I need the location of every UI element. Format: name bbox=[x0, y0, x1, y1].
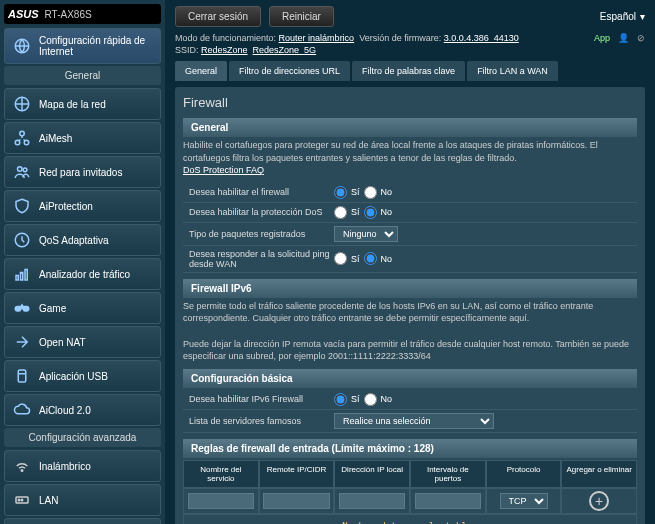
ping-wan-label: Desea responder a la solicitud ping desd… bbox=[189, 249, 334, 269]
sidebar-item-4[interactable]: QoS Adaptativa bbox=[4, 224, 161, 256]
tab-3[interactable]: Filtro LAN a WAN bbox=[467, 61, 558, 81]
col-header: Nombre del servicio bbox=[183, 460, 259, 488]
basic-config-header: Configuración básica bbox=[183, 369, 637, 388]
ipv6-section-header: Firewall IPv6 bbox=[183, 279, 637, 298]
advanced-header: Configuración avanzada bbox=[4, 428, 161, 447]
sidebar-item-0[interactable]: Mapa de la red bbox=[4, 88, 161, 120]
general-section-header: General bbox=[183, 118, 637, 137]
rules-header: Reglas de firewall de entrada (Límite má… bbox=[183, 439, 637, 458]
col-header: Intervalo de puertos bbox=[410, 460, 486, 488]
sidebar-item-6[interactable]: Game bbox=[4, 292, 161, 324]
app-badge[interactable]: App bbox=[594, 33, 610, 43]
col-header: Agregar o eliminar bbox=[561, 460, 637, 488]
side-icon bbox=[13, 457, 31, 475]
side-icon bbox=[13, 333, 31, 351]
sidebar-item-9[interactable]: AiCloud 2.0 bbox=[4, 394, 161, 426]
svg-rect-8 bbox=[16, 276, 18, 281]
service-name-input[interactable] bbox=[188, 493, 254, 509]
ipv6-desc: Se permite todo el tráfico saliente proc… bbox=[183, 300, 637, 363]
enable-dos-label: Desea habilitar la protección DoS bbox=[189, 207, 334, 217]
col-header: Remote IP/CIDR bbox=[259, 460, 335, 488]
side-icon bbox=[13, 299, 31, 317]
ssid-info: SSID: RedesZone RedesZone_5G bbox=[175, 45, 645, 55]
svg-point-15 bbox=[21, 499, 23, 501]
sidebar-adv-1[interactable]: LAN bbox=[4, 484, 161, 516]
packet-type-select[interactable]: Ninguno bbox=[334, 226, 398, 242]
quick-setup[interactable]: Configuración rápida de Internet bbox=[4, 28, 161, 64]
enable-dos-no[interactable] bbox=[364, 206, 377, 219]
tab-1[interactable]: Filtro de direcciones URL bbox=[229, 61, 350, 81]
ssid2-link[interactable]: RedesZone_5G bbox=[253, 45, 317, 55]
enable-firewall-yes[interactable] bbox=[334, 186, 347, 199]
add-rule-button[interactable]: + bbox=[589, 491, 609, 511]
logout-button[interactable]: Cerrar sesión bbox=[175, 6, 261, 27]
side-icon bbox=[13, 491, 31, 509]
enable-ipv6fw-no[interactable] bbox=[364, 393, 377, 406]
mode-link[interactable]: Router inalámbrico bbox=[279, 33, 355, 43]
famous-servers-label: Lista de servidores famosos bbox=[189, 416, 334, 426]
sidebar-adv-2[interactable]: WAN bbox=[4, 518, 161, 524]
ping-wan-yes[interactable] bbox=[334, 252, 347, 265]
side-icon bbox=[13, 265, 31, 283]
brand-logo: ASUS bbox=[8, 8, 39, 20]
famous-servers-select[interactable]: Realice una selección bbox=[334, 413, 494, 429]
ping-wan-no[interactable] bbox=[364, 252, 377, 265]
rules-table-row: TCP + bbox=[183, 488, 637, 514]
side-icon bbox=[13, 129, 31, 147]
svg-rect-10 bbox=[25, 270, 27, 281]
enable-firewall-label: Desea habilitar el firewall bbox=[189, 187, 334, 197]
general-desc: Habilite el cortafuegos para proteger su… bbox=[183, 139, 637, 177]
sidebar-item-7[interactable]: Open NAT bbox=[4, 326, 161, 358]
ssid1-link[interactable]: RedesZone bbox=[201, 45, 248, 55]
packet-type-label: Tipo de paquetes registrados bbox=[189, 229, 334, 239]
reboot-button[interactable]: Reiniciar bbox=[269, 6, 334, 27]
svg-point-14 bbox=[18, 499, 20, 501]
col-header: Protocolo bbox=[486, 460, 562, 488]
enable-dos-yes[interactable] bbox=[334, 206, 347, 219]
side-icon bbox=[13, 231, 31, 249]
svg-rect-11 bbox=[18, 370, 26, 382]
local-ip-input[interactable] bbox=[339, 493, 405, 509]
brand-header: ASUS RT-AX86S bbox=[4, 4, 161, 24]
side-icon bbox=[13, 197, 31, 215]
sidebar-adv-0[interactable]: Inalámbrico bbox=[4, 450, 161, 482]
mode-info: Modo de funcionamiento: Router inalámbri… bbox=[175, 33, 645, 43]
side-icon bbox=[13, 401, 31, 419]
general-header: General bbox=[4, 66, 161, 85]
side-icon bbox=[13, 95, 31, 113]
globe-icon bbox=[13, 37, 31, 55]
sidebar-item-5[interactable]: Analizador de tráfico bbox=[4, 258, 161, 290]
user-icon[interactable]: 👤 bbox=[618, 33, 629, 43]
sidebar-item-8[interactable]: Aplicación USB bbox=[4, 360, 161, 392]
svg-point-2 bbox=[20, 131, 25, 136]
enable-ipv6fw-yes[interactable] bbox=[334, 393, 347, 406]
rules-table-header: Nombre del servicioRemote IP/CIDRDirecci… bbox=[183, 460, 637, 488]
page-title: Firewall bbox=[183, 95, 637, 110]
language-select[interactable]: Español▾ bbox=[600, 11, 645, 22]
firmware-link[interactable]: 3.0.0.4.386_44130 bbox=[444, 33, 519, 43]
tab-0[interactable]: General bbox=[175, 61, 227, 81]
protocol-select[interactable]: TCP bbox=[500, 493, 548, 509]
dos-faq-link[interactable]: DoS Protection FAQ bbox=[183, 165, 264, 175]
sidebar-item-1[interactable]: AiMesh bbox=[4, 122, 161, 154]
power-icon[interactable]: ⊘ bbox=[637, 33, 645, 43]
enable-firewall-no[interactable] bbox=[364, 186, 377, 199]
sidebar-item-2[interactable]: Red para invitados bbox=[4, 156, 161, 188]
side-icon bbox=[13, 367, 31, 385]
no-data-message: No hay datos en la tabla. bbox=[183, 514, 637, 524]
svg-point-6 bbox=[23, 168, 27, 172]
sidebar-item-3[interactable]: AiProtection bbox=[4, 190, 161, 222]
firewall-panel: Firewall General Habilite el cortafuegos… bbox=[175, 87, 645, 524]
tab-2[interactable]: Filtro de palabras clave bbox=[352, 61, 465, 81]
svg-point-5 bbox=[18, 167, 23, 172]
remote-ip-input[interactable] bbox=[263, 493, 329, 509]
col-header: Dirección IP local bbox=[334, 460, 410, 488]
chevron-down-icon: ▾ bbox=[640, 11, 645, 22]
side-icon bbox=[13, 163, 31, 181]
quick-setup-label: Configuración rápida de Internet bbox=[39, 35, 152, 57]
enable-ipv6fw-label: Desea habilitar IPv6 Firewall bbox=[189, 394, 334, 404]
svg-rect-9 bbox=[21, 273, 23, 281]
model-label: RT-AX86S bbox=[45, 9, 92, 20]
svg-point-12 bbox=[21, 470, 23, 472]
port-range-input[interactable] bbox=[415, 493, 481, 509]
